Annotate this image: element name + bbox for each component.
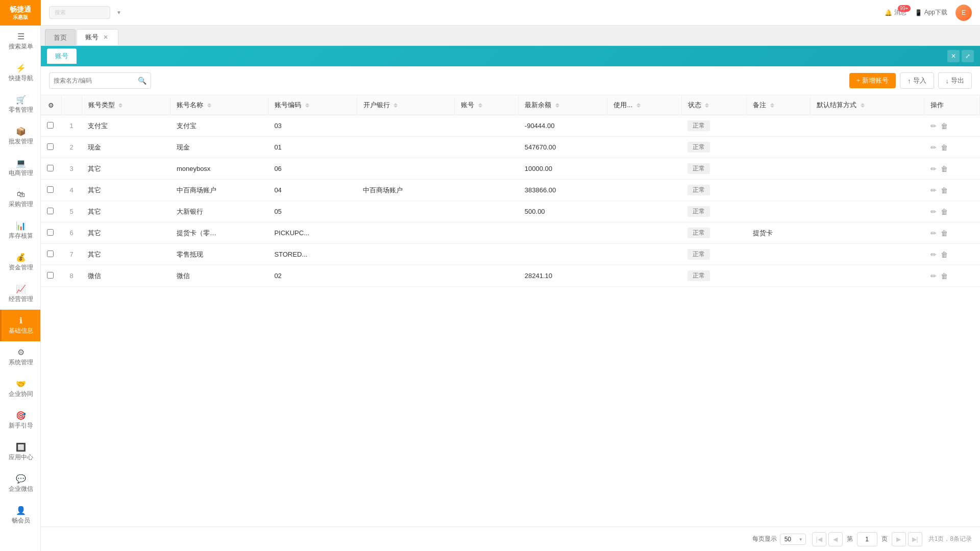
table-cell: 其它 <box>82 222 170 244</box>
sort-code-icon[interactable] <box>305 103 309 108</box>
sort-name-icon[interactable] <box>207 103 211 108</box>
export-label: 导出 <box>951 76 964 85</box>
sidebar-item-app-center[interactable]: 🔲 应用中心 <box>0 436 40 468</box>
sort-account-icon[interactable] <box>478 103 482 108</box>
tab-account[interactable]: 账号 ✕ <box>77 29 118 45</box>
row-checkbox[interactable] <box>47 165 54 171</box>
close-strip-button[interactable]: ✕ <box>947 50 960 62</box>
edit-icon[interactable]: ✏ <box>930 165 937 173</box>
header-search-box[interactable]: 搜索 <box>49 6 110 19</box>
row-checkbox[interactable] <box>47 122 54 129</box>
col-default-settlement[interactable]: 默认结算方式 <box>811 95 924 115</box>
col-status[interactable]: 状态 <box>681 95 747 115</box>
table-cell <box>455 244 519 265</box>
table-cell: 500.00 <box>519 201 607 222</box>
edit-icon[interactable]: ✏ <box>930 251 937 259</box>
sidebar-item-operation[interactable]: 📈 经营管理 <box>0 278 40 310</box>
tab-account-label: 账号 <box>85 33 99 42</box>
user-avatar[interactable]: E <box>955 5 972 21</box>
sort-bank-icon[interactable] <box>394 103 398 108</box>
first-page-button[interactable]: |◀ <box>812 532 826 546</box>
delete-icon[interactable]: 🗑 <box>941 122 948 130</box>
sidebar-item-wholesale[interactable]: 📦 批发管理 <box>0 120 40 152</box>
sort-balance-icon[interactable] <box>555 103 559 108</box>
edit-icon[interactable]: ✏ <box>930 122 937 130</box>
add-account-button[interactable]: + 新增账号 <box>849 73 896 88</box>
delete-icon[interactable]: 🗑 <box>941 229 948 237</box>
app-download-button[interactable]: 📱 App下载 <box>915 8 947 17</box>
row-checkbox[interactable] <box>47 229 54 236</box>
dropdown-arrow-icon[interactable]: ▼ <box>116 10 121 15</box>
row-checkbox[interactable] <box>47 251 54 257</box>
col-settings[interactable]: ⚙ <box>41 95 61 115</box>
sidebar-item-label: 资金管理 <box>9 264 33 271</box>
delete-icon[interactable]: 🗑 <box>941 186 948 194</box>
row-checkbox[interactable] <box>47 272 54 279</box>
sidebar-item-corp-agreement[interactable]: 🤝 企业协同 <box>0 373 40 405</box>
sidebar-item-inventory[interactable]: 📊 库存核算 <box>0 215 40 246</box>
next-page-button[interactable]: ▶ <box>892 532 906 546</box>
tab-home[interactable]: 首页 <box>45 29 76 45</box>
sidebar-item-quick-nav[interactable]: ⚡ 快捷导航 <box>0 57 40 89</box>
edit-icon[interactable]: ✏ <box>930 272 937 280</box>
sidebar-item-sys-mgmt[interactable]: ⚙ 系统管理 <box>0 341 40 373</box>
col-usage[interactable]: 使用... <box>607 95 681 115</box>
col-code[interactable]: 账号编码 <box>268 95 357 115</box>
col-remark[interactable]: 备注 <box>747 95 811 115</box>
col-account[interactable]: 账号 <box>455 95 519 115</box>
delete-icon[interactable]: 🗑 <box>941 165 948 173</box>
edit-icon[interactable]: ✏ <box>930 143 937 152</box>
sidebar-item-capital[interactable]: 💰 资金管理 <box>0 246 40 278</box>
sidebar-item-new-guide[interactable]: 🎯 新手引导 <box>0 405 40 436</box>
row-checkbox[interactable] <box>47 143 54 150</box>
sidebar-item-label: 基础信息 <box>9 327 33 334</box>
edit-icon[interactable]: ✏ <box>930 208 937 216</box>
sort-settlement-icon[interactable] <box>861 103 865 108</box>
sort-usage-icon[interactable] <box>636 103 641 108</box>
table-cell: 1 <box>61 115 82 137</box>
delete-icon[interactable]: 🗑 <box>941 272 948 280</box>
sort-type-icon[interactable] <box>118 103 122 108</box>
sidebar-item-search-menu[interactable]: ☰ 搜索菜单 <box>0 26 40 57</box>
delete-icon[interactable]: 🗑 <box>941 251 948 259</box>
col-code-label: 账号编码 <box>275 101 301 109</box>
tab-close-icon[interactable]: ✕ <box>102 33 110 41</box>
import-button[interactable]: ↑ 导入 <box>900 72 934 89</box>
maximize-strip-button[interactable]: ⤢ <box>962 50 974 62</box>
sidebar-item-label: 采购管理 <box>9 201 33 208</box>
sidebar-item-purchase[interactable]: 🛍 采购管理 <box>0 184 40 215</box>
col-balance[interactable]: 最新余额 <box>519 95 607 115</box>
col-name[interactable]: 账号名称 <box>170 95 268 115</box>
sidebar-item-label: 快捷导航 <box>9 74 33 82</box>
sidebar-item-retail[interactable]: 🛒 零售管理 <box>0 89 40 120</box>
export-button[interactable]: ↓ 导出 <box>938 72 972 89</box>
row-checkbox[interactable] <box>47 186 54 193</box>
last-page-button[interactable]: ▶| <box>908 532 922 546</box>
notification-button[interactable]: 🔔 消息 99+ <box>885 8 906 17</box>
search-input[interactable] <box>54 77 138 84</box>
search-box[interactable]: 🔍 <box>49 72 151 89</box>
prev-page-button[interactable]: ◀ <box>828 532 843 546</box>
sidebar-item-corp-wechat[interactable]: 💬 企业微信 <box>0 468 40 499</box>
col-type[interactable]: 账号类型 <box>82 95 170 115</box>
sort-status-icon[interactable] <box>705 103 709 108</box>
table-cell: 5 <box>61 201 82 222</box>
page-size-select[interactable]: 50 20 100 <box>780 534 806 545</box>
sidebar-item-basic-info[interactable]: ℹ 基础信息 <box>0 310 40 341</box>
page-number-input[interactable] <box>857 532 877 546</box>
strip-tab-account[interactable]: 账号 <box>47 48 77 64</box>
sidebar-item-member[interactable]: 👤 畅会员 <box>0 499 40 531</box>
col-bank[interactable]: 开户银行 <box>357 95 454 115</box>
table-cell: 04 <box>268 180 357 201</box>
row-checkbox[interactable] <box>47 208 54 214</box>
sort-remark-icon[interactable] <box>770 103 774 108</box>
wholesale-icon: 📦 <box>4 127 38 136</box>
delete-icon[interactable]: 🗑 <box>941 208 948 216</box>
delete-icon[interactable]: 🗑 <box>941 143 948 152</box>
sidebar-item-ecommerce[interactable]: 💻 电商管理 <box>0 152 40 184</box>
edit-icon[interactable]: ✏ <box>930 229 937 237</box>
status-badge: 正常 <box>688 249 710 260</box>
page-label-suffix: 页 <box>881 535 888 543</box>
edit-icon[interactable]: ✏ <box>930 186 937 194</box>
table-cell: 提货卡 <box>747 222 811 244</box>
